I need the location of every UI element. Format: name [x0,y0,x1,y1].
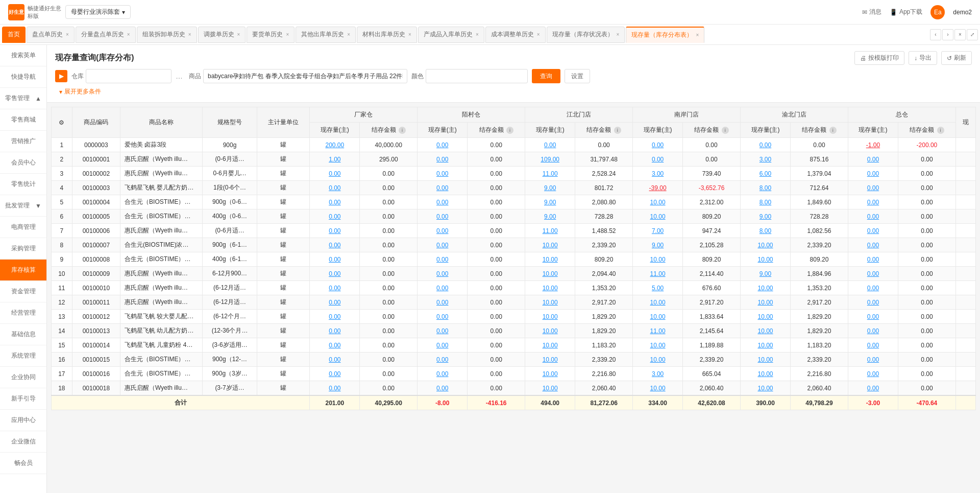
info-icon-na[interactable]: i [722,127,729,134]
close-icon[interactable]: × [408,32,411,37]
avatar[interactable]: Ea [930,5,945,19]
message-btn[interactable]: ✉ 消息 [862,8,881,16]
expand-more-btn[interactable]: ▾ 展开更多条件 [55,85,972,98]
sidebar-item-operations[interactable]: 经营管理 [0,302,46,324]
sidebar-item-search[interactable]: 搜索英单 [0,45,46,66]
warehouse-dots-btn[interactable]: … [174,72,185,80]
tab-stock-status[interactable]: 现存量（库存状况表）× [547,27,625,43]
tab-cost-adjust[interactable]: 成本调整单历史 × [485,27,546,43]
th-code: 商品编码 [72,107,120,138]
close-icon[interactable]: × [347,32,350,37]
sidebar-item-finance[interactable]: 资金管理 [0,281,46,302]
tab-home[interactable]: 首页 [2,27,26,43]
th-fj-amt: 结存金额 i [360,123,418,138]
table-row: 1700100016合生元（BIOSTIME）…900g（3岁…罐0.000.0… [52,367,976,381]
table-row: 10000003爱他美 卤蒜3段900g罐200.0040,000.000.00… [52,138,976,152]
sidebar-item-basic-info[interactable]: 基础信息 [0,324,46,345]
sidebar-item-app-center[interactable]: 应用中心 [0,410,46,431]
filter-row: ▶ 仓库 … 商品 颜色 查询 设置 [55,69,972,83]
tab-inventory-check[interactable]: 盘点单历史 × [27,27,75,43]
page-header-top: 现存量查询(库存分布) 🖨 按模版打印 ↓ 导出 ↺ 刷新 [55,51,972,65]
tab-product-in[interactable]: 产成品入库单历史 × [418,27,484,43]
filter-expand-btn[interactable]: ▶ [55,70,67,82]
close-icon[interactable]: × [537,32,540,37]
th-settings-icon[interactable]: ⚙ [52,107,72,138]
sidebar-item-retail-mall[interactable]: 零售商城 [0,109,46,131]
industry-selector[interactable]: 母婴行业演示陈套 ▾ [65,5,131,19]
nav-close-btn[interactable]: × [954,29,966,40]
filter-warehouse: 仓库 … [71,69,185,83]
sidebar-item-system[interactable]: 系统管理 [0,345,46,367]
app-download-btn[interactable]: 📱 App下载 [890,8,922,16]
info-icon-zc[interactable]: i [937,127,944,134]
sidebar-item-ecommerce[interactable]: 电商管理 [0,217,46,238]
info-icon-yb[interactable]: i [829,127,837,134]
th-yb-amt: 结存金额 i [790,123,848,138]
close-icon[interactable]: × [188,32,191,37]
sidebar-item-retail-mgmt[interactable]: 零售管理 ▲ [0,88,46,109]
info-icon-mc[interactable]: i [506,127,513,134]
table-row: 1000100009惠氏启醒（Wyeth illu…6-12月900…罐0.00… [52,267,976,281]
info-icon-fj[interactable]: i [399,127,406,134]
info-icon-jb[interactable]: i [614,127,621,134]
close-icon[interactable]: × [696,32,699,38]
sidebar: 搜索英单 快捷导航 零售管理 ▲ 零售商城 营销推广 会员中心 零售统计 批发管… [0,45,47,493]
sidebar-item-purchase[interactable]: 采购管理 [0,238,46,260]
tab-assembly[interactable]: 组装拆卸单历史 × [137,27,197,43]
data-table: ⚙ 商品编码 商品名称 规格型号 主计量单位 厂家仓 陌村仓 江北门店 南岸门店… [51,107,976,410]
nav-expand-btn[interactable]: ⤢ [967,29,978,40]
close-icon[interactable]: × [237,32,240,37]
sidebar-item-quick-nav[interactable]: 快捷导航 [0,66,46,88]
th-spec: 规格型号 [202,107,257,138]
query-btn[interactable]: 查询 [532,69,560,83]
color-input[interactable] [426,69,528,83]
th-mc-amt: 结存金额 i [468,123,525,138]
tab-order[interactable]: 要货单历史 × [247,27,295,43]
tab-transfer[interactable]: 调拨单历史 × [198,27,246,43]
sidebar-item-wholesale[interactable]: 批发管理 ▼ [0,195,46,217]
logo-text: 畅捷通好生意 标版 [28,5,61,19]
th-zc-amt: 结存金额 i [898,123,955,138]
tab-stock-distribution[interactable]: 现存量（库存分布表）× [626,27,704,43]
close-icon[interactable]: × [127,32,130,37]
sidebar-item-vip[interactable]: 畅会员 [0,453,46,474]
sidebar-item-guide[interactable]: 新手引导 [0,388,46,410]
th-fj-qty: 现存量(主) [310,123,360,138]
summary-row: 合计201.0040,295.00-8.00-416.16494.0081,27… [52,395,976,410]
close-icon[interactable]: × [476,32,479,37]
table-container: ⚙ 商品编码 商品名称 规格型号 主计量单位 厂家仓 陌村仓 江北门店 南岸门店… [47,103,980,493]
sidebar-item-inventory[interactable]: 库存核算 [0,260,46,281]
username: demo2 [953,9,972,16]
print-btn[interactable]: 🖨 按模版打印 [854,51,904,65]
tab-material-out[interactable]: 材料出库单历史 × [357,27,417,43]
th-mc-qty: 现存量(主) [418,123,468,138]
close-icon[interactable]: × [66,32,69,37]
page-title: 现存量查询(库存分布) [55,53,134,63]
close-icon[interactable]: × [617,32,620,37]
table-row: 1100100010惠氏启醒（Wyeth illu…(6-12月适…罐0.000… [52,281,976,295]
message-icon: ✉ [862,9,867,16]
table-row: 1200100011惠氏启醒（Wyeth illu…(6-12月适…罐0.000… [52,295,976,310]
sidebar-item-retail-stats[interactable]: 零售统计 [0,174,46,195]
nav-right-btn[interactable]: › [942,29,953,40]
tab-other-out[interactable]: 其他出库单历史 × [296,27,356,43]
nav-left-btn[interactable]: ‹ [930,29,941,40]
sidebar-item-marketing[interactable]: 营销推广 [0,131,46,152]
sidebar-item-member[interactable]: 会员中心 [0,152,46,174]
goods-input[interactable] [203,69,407,83]
table-row: 900100008合生元（BIOSTIME）…400g（6-1…罐0.000.0… [52,252,976,267]
export-btn[interactable]: ↓ 导出 [909,51,937,65]
settings-btn[interactable]: 设置 [565,69,590,83]
warehouse-input[interactable] [86,69,172,83]
content-area: 现存量查询(库存分布) 🖨 按模版打印 ↓ 导出 ↺ 刷新 [47,45,980,493]
th-unit: 主计量单位 [257,107,310,138]
top-bar-left: 好生意 畅捷通好生意 标版 母婴行业演示陈套 ▾ [8,4,131,20]
chevron-down-icon: ▼ [35,202,41,209]
sidebar-item-enterprise[interactable]: 企业协同 [0,367,46,388]
page-header: 现存量查询(库存分布) 🖨 按模版打印 ↓ 导出 ↺ 刷新 [47,45,980,103]
refresh-btn[interactable]: ↺ 刷新 [941,51,972,65]
chevron-up-icon: ▲ [35,95,41,102]
tab-partial-check[interactable]: 分量盘点单历史 × [76,27,136,43]
close-icon[interactable]: × [286,32,289,37]
sidebar-item-weixin[interactable]: 企业微信 [0,431,46,453]
